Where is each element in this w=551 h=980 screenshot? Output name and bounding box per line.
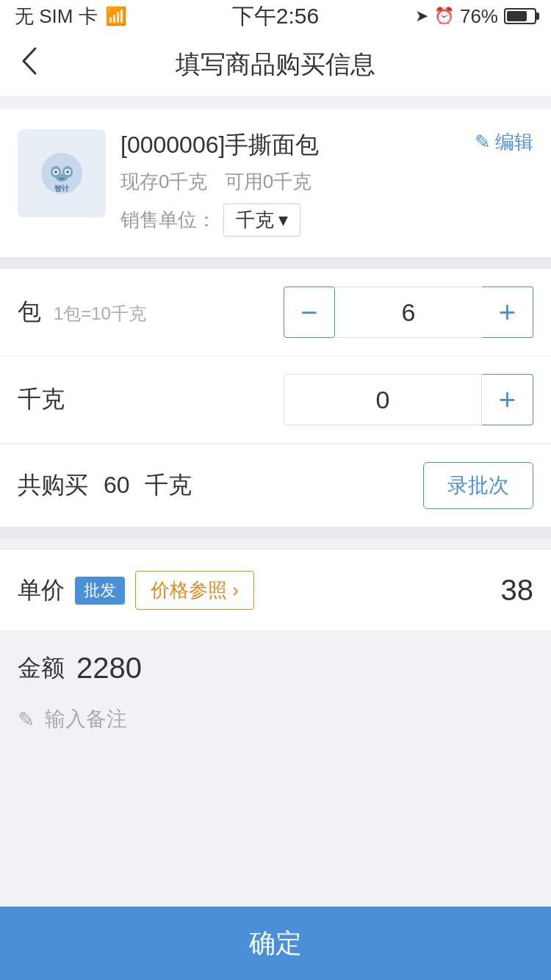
product-info: [0000006]手撕面包 现存0千克 可用0千克 销售单位： 千克 ▾ (120, 129, 533, 237)
price-value: 38 (501, 574, 534, 607)
total-text: 共购买 60 千克 (18, 469, 192, 502)
total-row: 共购买 60 千克 录批次 (0, 444, 551, 527)
bag-hint: 1包=10千克 (54, 303, 146, 323)
product-card: 智计 [0000006]手撕面包 现存0千克 可用0千克 销售单位： 千克 ▾ … (0, 109, 551, 257)
edit-button[interactable]: ✎ 编辑 (475, 129, 533, 155)
wifi-icon: 📶 (105, 6, 127, 26)
confirm-button[interactable]: 确定 (0, 907, 551, 980)
carrier-text: 无 SIM 卡 (15, 4, 98, 29)
kg-plus-button[interactable]: + (482, 374, 533, 425)
amount-label: 金额 (18, 652, 65, 685)
bottom-filler (0, 754, 551, 907)
batch-button[interactable]: 录批次 (423, 462, 533, 509)
pencil-icon: ✎ (18, 707, 35, 732)
product-image: 智计 (18, 129, 106, 217)
price-section: 单价 批发 价格参照 › 38 (0, 550, 551, 631)
kg-input[interactable] (284, 374, 482, 425)
note-row[interactable]: ✎ 输入备注 (18, 699, 533, 739)
price-label: 单价 批发 价格参照 › (18, 571, 254, 610)
bag-stepper: − + (150, 287, 533, 338)
bag-plus-button[interactable]: + (482, 287, 533, 338)
unit-select[interactable]: 千克 ▾ (223, 203, 300, 237)
page-title: 填写商品购买信息 (176, 48, 375, 82)
bag-label: 包 1包=10千克 (18, 296, 150, 328)
status-bar: 无 SIM 卡 📶 下午2:56 ➤ ⏰ 76% (0, 0, 551, 32)
time-text: 下午2:56 (232, 1, 319, 32)
battery-text: 76% (460, 5, 498, 28)
svg-point-5 (54, 170, 57, 173)
back-button[interactable] (18, 44, 40, 84)
section-divider-1 (0, 257, 551, 269)
edit-icon: ✎ (475, 131, 491, 154)
svg-text:智计: 智计 (54, 184, 70, 192)
location-icon: ➤ (415, 7, 428, 26)
form-section: 包 1包=10千克 − + 千克 + 共购买 60 千克 录批次 (0, 269, 551, 527)
section-divider-2 (0, 527, 551, 538)
bag-row: 包 1包=10千克 − + (0, 269, 551, 356)
wholesale-tag: 批发 (75, 577, 125, 605)
product-unit: 销售单位： 千克 ▾ (120, 203, 533, 237)
product-stock: 现存0千克 可用0千克 (120, 169, 533, 195)
product-name: [0000006]手撕面包 (120, 129, 533, 162)
amount-value: 2280 (76, 652, 142, 685)
price-ref-button[interactable]: 价格参照 › (135, 571, 254, 610)
kg-label: 千克 (18, 383, 150, 416)
amount-row: 金额 2280 (18, 652, 533, 685)
battery-icon (504, 8, 536, 24)
note-placeholder: 输入备注 (45, 705, 127, 733)
bag-minus-button[interactable]: − (284, 287, 335, 338)
bag-input[interactable] (335, 287, 482, 338)
kg-control: + (150, 374, 533, 425)
nav-bar: 填写商品购买信息 (0, 32, 551, 97)
amount-section: 金额 2280 ✎ 输入备注 (0, 631, 551, 754)
kg-row: 千克 + (0, 356, 551, 444)
price-row: 单价 批发 价格参照 › 38 (0, 550, 551, 631)
svg-point-6 (66, 170, 69, 173)
alarm-icon: ⏰ (434, 7, 454, 26)
